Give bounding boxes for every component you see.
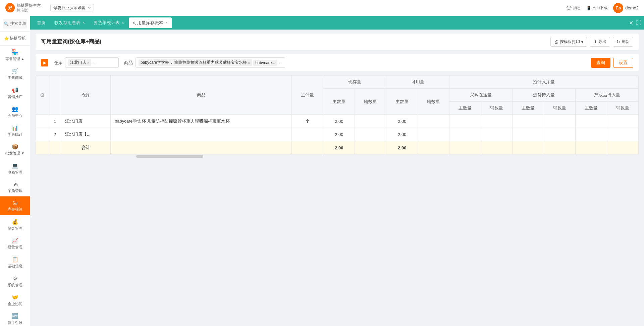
sidebar-item-enterprise-collab[interactable]: 🤝 企业协同 xyxy=(0,291,30,310)
enterprise-collab-icon: 🤝 xyxy=(12,294,18,300)
product-tag1-text: babycare学饮杯 儿童防摔防撞吸管杯重力球吸嘴杯宝宝水杯 xyxy=(141,60,247,65)
app-icon: 📱 xyxy=(586,6,591,10)
product-tag1-close[interactable]: × xyxy=(248,61,250,65)
sidebar-item-wholesale-mgmt[interactable]: 📦 批发管理 ▼ xyxy=(0,140,30,159)
app-download-btn[interactable]: 📱 App下载 xyxy=(586,5,608,11)
row-inbound-aux xyxy=(544,128,576,141)
tab-order-stats[interactable]: 要货单统计表 × xyxy=(90,17,128,28)
product-filter-group: 商品 babycare学饮杯 儿童防摔防撞吸管杯重力球吸嘴杯宝宝水杯 × bab… xyxy=(124,57,285,68)
top-bar: 好 畅捷通好生意 标准版 母婴行业演示账套 💬 消息 📱 App下载 Ea de… xyxy=(0,0,644,16)
th-purchase-in-transit-main: 主数量 xyxy=(449,102,481,115)
th-expected-inbound: 预计入库量 xyxy=(449,76,639,89)
logo-icon: 好 xyxy=(5,3,15,12)
warehouse-tag-close[interactable]: × xyxy=(87,61,89,65)
sidebar-item-new-guide[interactable]: 🆕 新手引导 xyxy=(0,310,30,326)
industry-select[interactable]: 母婴行业演示账套 xyxy=(50,4,94,11)
row-no: 1 xyxy=(49,115,61,128)
row-products-aux xyxy=(607,128,638,141)
warehouse-filter-label: 仓库 xyxy=(54,60,62,66)
message-btn[interactable]: 💬 消息 xyxy=(567,5,581,11)
scroll-thumb[interactable] xyxy=(136,155,203,158)
th-main-unit: 主计量 xyxy=(292,76,323,115)
footer-product-cell xyxy=(111,141,292,154)
search-menu-btn[interactable]: 🔍 搜索菜单 xyxy=(3,19,27,29)
tab-available-stock[interactable]: 可用量库存账本 × xyxy=(129,17,172,28)
sidebar-item-ops-mgmt[interactable]: 📈 经营管理 xyxy=(0,234,30,253)
wholesale-mgmt-label-group: 批发管理 ▼ xyxy=(5,151,24,155)
sidebar-item-finance-mgmt[interactable]: 💰 资金管理 xyxy=(0,215,30,234)
industry-selector[interactable]: 母婴行业演示账套 xyxy=(50,4,94,11)
logo-text-block: 畅捷通好生意 标准版 xyxy=(17,3,41,13)
warehouse-filter-ellipsis[interactable]: ··· xyxy=(93,60,96,65)
row-main-unit: 个 xyxy=(292,115,323,128)
quick-nav-label: 快捷导航 xyxy=(10,36,26,41)
settings-btn[interactable]: 设置 xyxy=(613,58,633,68)
settings-gear-icon[interactable]: ⚙ xyxy=(40,92,45,98)
basic-info-icon: 📋 xyxy=(12,256,18,263)
th-inbound-pending-main: 主数量 xyxy=(513,102,544,115)
export-btn[interactable]: ⬆ 导出 xyxy=(590,37,610,47)
quick-nav-item[interactable]: ⭐ 快捷导航 xyxy=(0,33,30,44)
tab-close-all-icon[interactable]: ✕ xyxy=(629,20,633,26)
tab-available-stock-close[interactable]: × xyxy=(165,20,168,25)
sidebar-item-system-mgmt[interactable]: ⚙ 系统管理 xyxy=(0,272,30,291)
refresh-btn[interactable]: ↻ 刷新 xyxy=(613,37,633,47)
sidebar-item-basic-info[interactable]: 📋 基础信息 xyxy=(0,253,30,272)
sidebar-item-member-center[interactable]: 👥 会员中心 xyxy=(0,102,30,121)
tab-receive-summary-close[interactable]: × xyxy=(83,20,85,25)
tab-receive-summary[interactable]: 收发存汇总表 × xyxy=(50,17,89,28)
basic-info-label: 基础信息 xyxy=(8,264,22,268)
row-purchase-main xyxy=(449,115,481,128)
th-products-pending-main: 主数量 xyxy=(576,102,607,115)
finance-mgmt-icon: 💰 xyxy=(12,219,18,225)
sidebar-item-retail-mgmt[interactable]: 🏪 零售管理 ▲ xyxy=(0,46,30,64)
new-guide-label: 新手引导 xyxy=(8,320,22,325)
footer-current-stock-aux xyxy=(355,141,386,154)
th-product: 商品 xyxy=(111,76,292,115)
tab-receive-summary-label: 收发存汇总表 xyxy=(54,20,80,26)
footer-purchase-main xyxy=(449,141,481,154)
print-dropdown-icon: ▾ xyxy=(581,40,583,44)
sidebar-menu: 🏪 零售管理 ▲ 🛒 零售商城 📢 营销推广 👥 会员中心 📊 零售统计 📦 批… xyxy=(0,46,30,326)
row-current-stock-aux xyxy=(355,128,386,141)
message-label: 消息 xyxy=(573,5,581,11)
row-available-main: 2.00 xyxy=(386,128,418,141)
row-product: babycare学饮杯 儿童防摔防撞吸管杯重力球吸嘴杯宝宝水杯 xyxy=(111,115,292,128)
filter-bar: ▶ 仓库 江北门店 × ··· 商品 babycare学饮杯 儿童防摔防撞吸管杯… xyxy=(36,54,639,71)
ecommerce-mgmt-label: 电商管理 xyxy=(8,170,22,175)
retail-mall-label: 零售商城 xyxy=(8,75,22,80)
tab-bar-actions: ✕ ⛶ xyxy=(629,20,641,26)
th-warehouse: 仓库 xyxy=(61,76,111,115)
warehouse-filter-input[interactable]: 江北门店 × ··· xyxy=(65,57,119,68)
top-bar-right: 💬 消息 📱 App下载 Ea demo2 xyxy=(567,3,639,13)
sidebar-item-retail-stats[interactable]: 📊 零售统计 xyxy=(0,121,30,140)
tab-fullscreen-icon[interactable]: ⛶ xyxy=(636,20,641,26)
sidebar-item-ecommerce-mgmt[interactable]: 💻 电商管理 xyxy=(0,159,30,178)
filter-actions: 查询 设置 xyxy=(591,58,633,68)
footer-products-aux xyxy=(607,141,638,154)
row-purchase-aux xyxy=(481,128,513,141)
sidebar-item-inventory-check[interactable]: 🗂 库存核算 xyxy=(0,196,30,215)
export-icon: ⬆ xyxy=(593,39,597,44)
print-label: 按模板打印 xyxy=(560,39,580,45)
quick-nav-icon: ⭐ xyxy=(4,36,9,41)
table-scroll-bar[interactable] xyxy=(36,154,639,158)
product-filter-input[interactable]: babycare学饮杯 儿童防摔防撞吸管杯重力球吸嘴杯宝宝水杯 × babyca… xyxy=(136,57,285,68)
sidebar-item-marketing[interactable]: 📢 营销推广 xyxy=(0,84,30,102)
ops-mgmt-icon: 📈 xyxy=(12,237,18,244)
member-center-label: 会员中心 xyxy=(8,113,22,118)
sidebar-item-purchase-mgmt[interactable]: 🛍 采购管理 xyxy=(0,178,30,196)
sidebar-item-retail-mall[interactable]: 🛒 零售商城 xyxy=(0,64,30,83)
print-btn[interactable]: 🖨 按模板打印 ▾ xyxy=(550,37,587,47)
tab-order-stats-close[interactable]: × xyxy=(122,20,124,25)
th-purchase-in-transit: 采购在途量 xyxy=(449,89,513,102)
search-icon: 🔍 xyxy=(4,21,9,26)
footer-purchase-aux xyxy=(481,141,513,154)
query-btn[interactable]: 查询 xyxy=(591,58,610,68)
inventory-check-icon: 🗂 xyxy=(12,200,18,206)
tab-home[interactable]: 首页 xyxy=(33,17,50,28)
product-filter-ellipsis[interactable]: ··· xyxy=(279,60,282,65)
user-profile[interactable]: Ea demo2 xyxy=(613,3,639,13)
footer-main-unit-cell xyxy=(292,141,323,154)
filter-expand-btn[interactable]: ▶ xyxy=(41,59,48,66)
